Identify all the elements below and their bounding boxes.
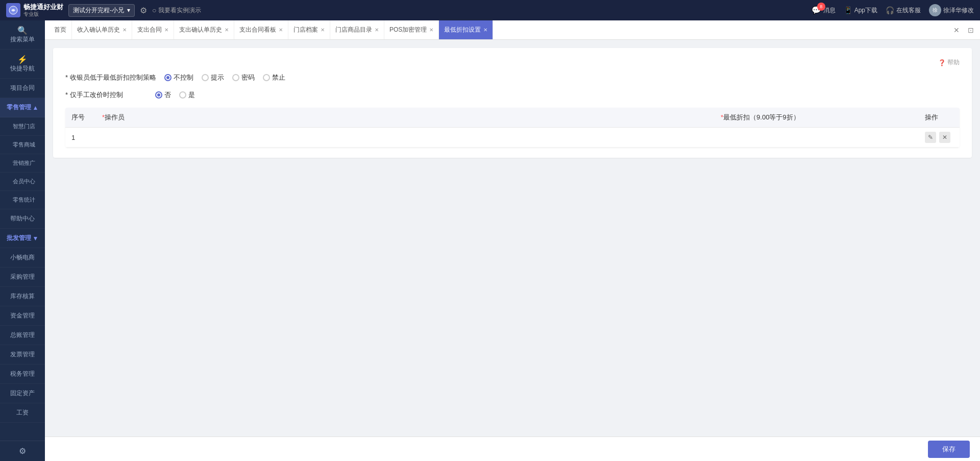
strategy-forbid[interactable]: 禁止 xyxy=(263,73,285,82)
strategy-form-row: * 收银员低于最低折扣控制策略 不控制 提示 xyxy=(65,73,960,82)
sidebar-item-invoice[interactable]: 发票管理 xyxy=(0,345,45,365)
demo-link[interactable]: 我要看实例演示 xyxy=(152,6,201,15)
sidebar-item-payroll[interactable]: 工资 xyxy=(0,403,45,423)
manual-radio-group: 否 是 xyxy=(155,90,195,100)
sidebar-item-purchase[interactable]: 采购管理 xyxy=(0,268,45,287)
tab-store-goods[interactable]: 门店商品目录 ✕ xyxy=(330,20,384,40)
help-icon: ❓ xyxy=(938,59,946,66)
strategy-radio-group: 不控制 提示 密码 禁止 xyxy=(164,73,285,82)
sidebar-item-shortcut[interactable]: ⚡ 快捷导航 xyxy=(0,50,45,79)
header-right: 💬 8 消息 📱 App下载 🎧 在线客服 徐 徐泽华修改 xyxy=(812,4,974,16)
phone-icon: 📱 xyxy=(844,6,852,14)
close-tab-btn[interactable]: ✕ xyxy=(951,25,962,35)
sidebar-settings-btn[interactable]: ⚙ xyxy=(0,441,45,461)
manual-yes[interactable]: 是 xyxy=(179,90,195,100)
sidebar-item-member[interactable]: 会员中心 xyxy=(0,173,45,191)
close-tab-payment-board[interactable]: ✕ xyxy=(279,27,283,33)
cell-discount-1 xyxy=(715,128,919,148)
expand-tab-btn[interactable]: ⊡ xyxy=(966,25,976,35)
col-seq: 序号 xyxy=(65,108,96,128)
message-action[interactable]: 💬 8 消息 xyxy=(812,6,836,15)
sidebar-item-marketing[interactable]: 营销推广 xyxy=(0,154,45,173)
sidebar-item-retail[interactable]: 零售管理 ▲ xyxy=(0,98,45,117)
row-actions: ✎ ✕ xyxy=(925,132,953,143)
user-profile[interactable]: 徐 徐泽华修改 xyxy=(929,4,974,16)
sidebar-item-ledger[interactable]: 总账管理 xyxy=(0,326,45,345)
sidebar-item-wholesale[interactable]: 批发管理 ▼ xyxy=(0,229,45,248)
tab-payment-board[interactable]: 支出合同看板 ✕ xyxy=(234,20,288,40)
close-tab-store-goods[interactable]: ✕ xyxy=(375,27,379,33)
col-actions: 操作 xyxy=(919,108,960,128)
cell-seq-1: 1 xyxy=(65,128,96,148)
cell-actions-1: ✎ ✕ xyxy=(919,128,960,148)
logo-area: 畅捷通好业财 专业版 xyxy=(6,3,63,17)
sidebar: 🔍 搜索菜单 ⚡ 快捷导航 项目合同 零售管理 ▲ 智慧门店 零售商城 营销推广… xyxy=(0,20,45,461)
tab-home[interactable]: 首页 xyxy=(49,20,72,40)
sidebar-item-search[interactable]: 🔍 搜索菜单 xyxy=(0,20,45,50)
sidebar-item-help[interactable]: 帮助中心 xyxy=(0,209,45,229)
dropdown-arrow-icon: ▾ xyxy=(127,7,130,14)
strategy-label: * 收银员低于最低折扣控制策略 xyxy=(65,73,156,82)
avatar: 徐 xyxy=(929,4,941,16)
discount-table-container: 序号 *操作员 *最低折扣（9.00等于9折） 操作 xyxy=(65,108,960,148)
help-link[interactable]: ❓ 帮助 xyxy=(938,58,960,67)
radio-circle-yes xyxy=(179,91,186,99)
cell-operator-1 xyxy=(96,128,715,148)
header-left: 畅捷通好业财 专业版 测试分开完程-小兄 ▾ ⚙ 我要看实例演示 xyxy=(6,3,201,17)
col-operator: *操作员 xyxy=(96,108,715,128)
tab-income-history[interactable]: 收入确认单历史 ✕ xyxy=(72,20,132,40)
table-header-row: 序号 *操作员 *最低折扣（9.00等于9折） 操作 xyxy=(65,108,960,128)
close-tab-income-history[interactable]: ✕ xyxy=(122,27,127,33)
online-service-action[interactable]: 🎧 在线客服 xyxy=(886,6,921,15)
sidebar-item-tax[interactable]: 税务管理 xyxy=(0,365,45,384)
edit-row-btn[interactable]: ✎ xyxy=(925,132,936,143)
tab-pos-password[interactable]: POS加密管理 ✕ xyxy=(384,20,439,40)
top-header: 畅捷通好业财 专业版 测试分开完程-小兄 ▾ ⚙ 我要看实例演示 💬 8 消息 … xyxy=(0,0,980,20)
radio-circle-forbid xyxy=(263,74,270,81)
app-logo-icon xyxy=(6,3,20,17)
main-layout: 🔍 搜索菜单 ⚡ 快捷导航 项目合同 零售管理 ▲ 智慧门店 零售商城 营销推广… xyxy=(0,20,980,461)
tab-payment-confirm-history[interactable]: 支出确认单历史 ✕ xyxy=(174,20,234,40)
manual-form-row: * 仅手工改价时控制 否 是 xyxy=(65,90,960,100)
message-badge-icon: 💬 8 xyxy=(812,6,821,15)
app-download-action[interactable]: 📱 App下载 xyxy=(844,6,877,15)
sidebar-item-retail-mall[interactable]: 零售商城 xyxy=(0,136,45,154)
radio-circle-password xyxy=(232,74,239,81)
manual-label: * 仅手工改价时控制 xyxy=(65,90,147,100)
close-tab-store-file[interactable]: ✕ xyxy=(321,27,325,33)
strategy-password[interactable]: 密码 xyxy=(232,73,255,82)
strategy-remind[interactable]: 提示 xyxy=(202,73,224,82)
delete-row-btn[interactable]: ✕ xyxy=(939,132,950,143)
content-area: 首页 收入确认单历史 ✕ 支出合同 ✕ 支出确认单历史 ✕ 支出合同看板 ✕ 门… xyxy=(45,20,980,461)
close-tab-min-discount[interactable]: ✕ xyxy=(483,27,487,33)
chevron-down-icon: ▼ xyxy=(33,235,39,242)
sidebar-item-fund[interactable]: 资金管理 xyxy=(0,306,45,326)
tab-bar: 首页 收入确认单历史 ✕ 支出合同 ✕ 支出确认单历史 ✕ 支出合同看板 ✕ 门… xyxy=(45,20,980,40)
chevron-up-icon: ▲ xyxy=(33,104,39,111)
strategy-no-control[interactable]: 不控制 xyxy=(164,73,193,82)
tab-min-discount[interactable]: 最低折扣设置 ✕ xyxy=(439,20,493,40)
headset-icon: 🎧 xyxy=(886,6,894,14)
project-selector[interactable]: 测试分开完程-小兄 ▾ xyxy=(68,4,135,17)
sidebar-item-fixed-asset[interactable]: 固定资产 xyxy=(0,384,45,403)
settings-icon-btn[interactable]: ⚙ xyxy=(140,6,147,15)
close-tab-pos-password[interactable]: ✕ xyxy=(429,27,433,33)
table-row: 1 ✎ xyxy=(65,128,960,148)
close-tab-payment-confirm-history[interactable]: ✕ xyxy=(225,27,229,33)
logo-text: 畅捷通好业财 专业版 xyxy=(23,3,63,17)
sidebar-item-smart-store[interactable]: 智慧门店 xyxy=(0,117,45,136)
tab-store-file[interactable]: 门店档案 ✕ xyxy=(288,20,330,40)
tab-payment-contract[interactable]: 支出合同 ✕ xyxy=(132,20,174,40)
save-button[interactable]: 保存 xyxy=(928,441,970,458)
sidebar-item-project[interactable]: 项目合同 xyxy=(0,79,45,98)
col-discount: *最低折扣（9.00等于9折） xyxy=(715,108,919,128)
sidebar-item-inventory[interactable]: 库存核算 xyxy=(0,287,45,306)
sidebar-item-retail-stat[interactable]: 零售统计 xyxy=(0,191,45,209)
sidebar-item-ecommerce[interactable]: 小畅电商 xyxy=(0,248,45,268)
close-tab-payment-contract[interactable]: ✕ xyxy=(164,27,168,33)
page-content: ❓ 帮助 * 收银员低于最低折扣控制策略 不控制 xyxy=(45,40,980,436)
manual-no[interactable]: 否 xyxy=(155,90,171,100)
tab-bar-end: ✕ ⊡ xyxy=(947,25,976,35)
gear-icon: ⚙ xyxy=(19,447,26,455)
radio-circle-no xyxy=(155,91,162,99)
